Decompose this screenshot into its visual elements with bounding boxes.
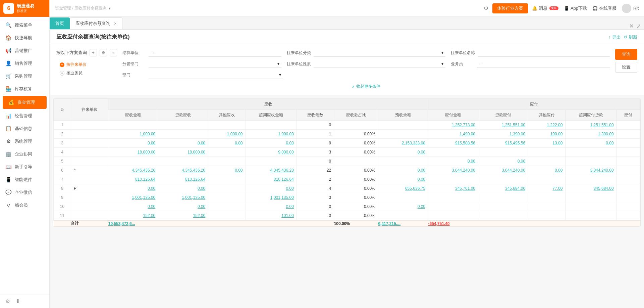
filter-fields-area: 结算单位 ··· 往来单位分类 ▾ 往来 bbox=[122, 49, 637, 91]
total-ar-ratio: 100.00% bbox=[334, 220, 378, 226]
sidebar-item-label: 库存核算 bbox=[15, 86, 32, 92]
scheme-by-partner[interactable]: ● 按往来单位 bbox=[56, 60, 117, 69]
smart-hw-icon: 📱 bbox=[5, 177, 11, 183]
settings-col-header[interactable]: ⚙ bbox=[54, 99, 71, 121]
collapse-icon[interactable]: ⏸ bbox=[15, 298, 21, 305]
managing-dept-select[interactable]: ▾ bbox=[149, 60, 281, 68]
scheme-selector: 按以下方案查询 + ⚙ « ● 按往来单位 ○ 按业务员 bbox=[56, 49, 117, 77]
app-download-button[interactable]: 📱 App下载 bbox=[564, 5, 587, 11]
salesman-input[interactable]: ··· bbox=[477, 60, 610, 68]
page-content: 应收应付余额查询(按往来单位) ↑ 导出 ↺ 刷新 按以下方案查询 bbox=[50, 30, 644, 308]
sidebar-item-search-menu[interactable]: 🔍 搜索菜单 bbox=[0, 19, 49, 32]
table-row: 11152.00152.00101.0030.00% bbox=[54, 211, 640, 221]
tab-close-icon[interactable]: ✕ bbox=[114, 21, 117, 26]
sidebar-item-system[interactable]: ⚙ 系统管理 bbox=[0, 135, 49, 148]
tab-ar-ap-query[interactable]: 应收应付余额查询 ✕ bbox=[70, 17, 122, 29]
bell-icon: 🔔 bbox=[532, 6, 537, 11]
sidebar-item-sales[interactable]: 👤 销售管理 bbox=[0, 57, 49, 70]
partner-nature-select[interactable]: ▾ bbox=[314, 60, 446, 68]
add-scheme-button[interactable]: + bbox=[90, 49, 97, 56]
salesman-field: 业务员 ··· bbox=[451, 60, 610, 68]
topbar-breadcrumb: 资金管理 / 应收应付余额查询 ▾ bbox=[55, 5, 480, 11]
corp-collab-icon: 🏢 bbox=[5, 151, 11, 157]
total-label: 合计 bbox=[71, 220, 108, 226]
industry-solution-button[interactable]: 体验行业方案 bbox=[492, 3, 528, 13]
total-ap-other bbox=[528, 220, 566, 226]
prev-scheme-button[interactable]: « bbox=[110, 49, 117, 56]
receivable-group-header: 应收 bbox=[108, 99, 428, 110]
sidebar-item-label: 采购管理 bbox=[15, 73, 32, 79]
maximize-icon[interactable]: ⤢ bbox=[636, 23, 641, 29]
sidebar-edition: 标准版 bbox=[17, 9, 34, 13]
ap-amount-col: 应付金额 bbox=[428, 110, 478, 121]
ap-other-col: 其他应付 bbox=[528, 110, 566, 121]
ap-extra-col: 应付 bbox=[616, 110, 640, 121]
sidebar-item-basic-info[interactable]: 📋 基础信息 bbox=[0, 122, 49, 135]
topbar-dropdown-icon[interactable]: ▾ bbox=[109, 6, 111, 11]
sales-icon: 👤 bbox=[5, 60, 11, 67]
sidebar-item-purchase[interactable]: 🛒 采购管理 bbox=[0, 70, 49, 83]
sidebar-item-label: 销售管理 bbox=[15, 60, 32, 67]
collapse-button[interactable]: ∧ 收起更多条件 bbox=[122, 82, 610, 91]
customer-service-button[interactable]: 🎧 在线客服 bbox=[592, 5, 616, 11]
topbar-gear-icon[interactable]: ⚙ bbox=[484, 5, 488, 11]
total-ap-amount[interactable]: -654,751.40 bbox=[428, 220, 478, 226]
settings-button[interactable]: 设置 bbox=[615, 62, 637, 73]
user-name: Rit bbox=[633, 6, 639, 11]
sidebar-item-smart-hw[interactable]: 📱 智能硬件 bbox=[0, 173, 49, 186]
table-row: 100.000.000.0000.00%0.00 bbox=[54, 202, 640, 211]
table-row: 418,000.0018,000.009,000.0030.00%0.00 bbox=[54, 148, 640, 157]
notifications-button[interactable]: 🔔 消息 99+ bbox=[532, 5, 558, 11]
sidebar-item-corp-wechat[interactable]: 💬 企业微信 bbox=[0, 186, 49, 199]
system-icon: ⚙ bbox=[5, 138, 11, 144]
total-ar-overdue bbox=[246, 220, 297, 226]
sidebar-item-marketing[interactable]: 📢 营销推广 bbox=[0, 44, 49, 57]
sidebar-item-corp-collab[interactable]: 🏢 企业协同 bbox=[0, 148, 49, 161]
table-row: 6^4,345,436.204,345,436.200.004,345,436.… bbox=[54, 166, 640, 175]
table-row: 21,000.001,000.001,000.0010.00%1,490.001… bbox=[54, 130, 640, 139]
ar-loan-col: 贷款应收 bbox=[158, 110, 208, 121]
sidebar-item-label: 快捷导航 bbox=[15, 35, 32, 41]
partner-name-input[interactable] bbox=[478, 49, 610, 57]
managing-dept-field: 分管部门 ▾ bbox=[122, 60, 281, 68]
dept-select[interactable]: ▾ bbox=[149, 71, 283, 79]
sidebar-item-finance[interactable]: 💰 资金管理 bbox=[3, 96, 47, 109]
table-settings-icon[interactable]: ⚙ bbox=[60, 107, 64, 112]
sidebar-footer: ⚙ ⏸ bbox=[0, 295, 49, 308]
total-row: 合计 19,553,472,6... 100.00% 6,417,215....… bbox=[54, 220, 640, 226]
managing-dept-label: 分管部门 bbox=[122, 61, 146, 67]
settings-icon[interactable]: ⚙ bbox=[5, 298, 10, 305]
table-wrapper[interactable]: ⚙ 往来单位 应收 应付 应收金额 贷款应收 其他应收 超期应收金额 应收笔数 … bbox=[53, 99, 640, 226]
user-profile[interactable]: Rit bbox=[622, 4, 639, 13]
sidebar-item-vip[interactable]: V 畅会员 bbox=[0, 199, 49, 212]
table-row: 8P0.000.000.0040.00%655,636.75345,761.00… bbox=[54, 184, 640, 193]
filter-row-1: 结算单位 ··· 往来单位分类 ▾ 往来 bbox=[122, 49, 610, 57]
sidebar-item-label: 资金管理 bbox=[17, 99, 35, 105]
partner-nature-label: 往来单位性质 bbox=[287, 61, 311, 67]
sidebar-item-inventory[interactable]: 🏪 库存核算 bbox=[0, 83, 49, 95]
total-ar-amount[interactable]: 19,553,472,6... bbox=[108, 220, 158, 226]
refresh-button[interactable]: ↺ 刷新 bbox=[624, 34, 637, 40]
scheme-by-salesman[interactable]: ○ 按业务员 bbox=[56, 69, 117, 77]
filter-row-2: 分管部门 ▾ 往来单位性质 ▾ 业务员 ··· bbox=[122, 60, 610, 68]
sidebar-item-operations[interactable]: 📊 经营管理 bbox=[0, 109, 49, 122]
settlement-unit-input[interactable]: ··· bbox=[149, 49, 281, 57]
topbar: 资金管理 / 应收应付余额查询 ▾ ⚙ 体验行业方案 🔔 消息 99+ 📱 Ap… bbox=[50, 0, 644, 17]
tab-home[interactable]: 首页 bbox=[50, 17, 70, 29]
page-header: 应收应付余额查询(按往来单位) ↑ 导出 ↺ 刷新 bbox=[50, 30, 644, 45]
beginner-icon: 📖 bbox=[5, 164, 11, 170]
table-row: 500.000.00 bbox=[54, 157, 640, 166]
ar-ratio-col: 应收款占比 bbox=[334, 110, 378, 121]
sidebar-logo: 6 bbox=[3, 3, 14, 14]
query-button[interactable]: 查询 bbox=[615, 49, 637, 60]
partner-category-select[interactable]: ▾ bbox=[314, 49, 446, 57]
close-all-icon[interactable]: ✕ bbox=[629, 23, 634, 29]
ar-count-col: 应收笔数 bbox=[297, 110, 334, 121]
export-button[interactable]: ↑ 导出 bbox=[609, 34, 621, 40]
total-prepaid-balance[interactable]: 6,417,215.... bbox=[378, 220, 428, 226]
sidebar-item-quick-nav[interactable]: 🏠 快捷导航 bbox=[0, 32, 49, 44]
partner-col-header: 往来单位 bbox=[71, 99, 108, 121]
sidebar-item-beginner[interactable]: 📖 新手引导 bbox=[0, 161, 49, 173]
edit-scheme-button[interactable]: ⚙ bbox=[100, 49, 107, 56]
sidebar-item-label: 经营管理 bbox=[15, 113, 32, 119]
